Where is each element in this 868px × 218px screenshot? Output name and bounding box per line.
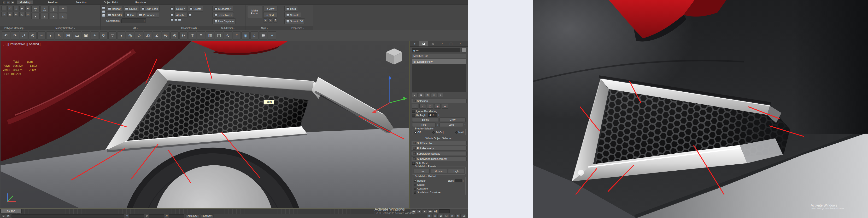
z-coordinate-field[interactable] — [169, 214, 184, 218]
use-pivot-center-icon[interactable]: ◎ — [126, 31, 134, 39]
preview-multi-radio[interactable]: Multi — [455, 131, 464, 134]
y-coordinate-field[interactable] — [149, 214, 164, 218]
loop-grow-icon[interactable]: ▴ — [59, 13, 67, 20]
rollout-soft-selection[interactable]: + Soft Selection — [411, 141, 467, 145]
zoom-extents-icon[interactable]: ▣ — [438, 214, 443, 218]
modifier-stack[interactable]: ▦ Editable Poly — [412, 59, 466, 92]
vertex-subobject-icon[interactable]: ∴ — [412, 104, 418, 109]
object-name-field[interactable]: gum — [412, 48, 460, 52]
redo-icon[interactable]: ↷ — [11, 31, 19, 39]
select-and-move-icon[interactable]: + — [91, 31, 99, 39]
panel-label-polygon-modeling[interactable]: Polygon Modeling▾ — [0, 26, 30, 30]
rendered-frame-icon[interactable]: ▦ — [259, 31, 267, 39]
curve-editor-icon[interactable]: ∿ — [224, 31, 232, 39]
pin-selection-icon[interactable]: ⊙ — [1, 12, 6, 17]
preview-off-radio[interactable]: Off — [414, 131, 421, 134]
utilities-tab-icon[interactable]: * — [456, 41, 465, 46]
border-subobject-icon[interactable]: ▢ — [427, 104, 433, 109]
next-frame-icon[interactable]: ▶▶ — [428, 209, 433, 213]
select-and-rotate-icon[interactable]: ↻ — [99, 31, 108, 39]
polygon-mode-icon[interactable]: ◆ — [20, 6, 24, 11]
to-view-button[interactable]: To View — [263, 6, 277, 11]
panel-label-subdivision[interactable]: Subdivision▾ — [211, 26, 246, 30]
select-and-scale-icon[interactable]: ◱ — [108, 31, 117, 39]
ring-icon[interactable]: ∥ — [50, 6, 58, 12]
collapse-stack-icon[interactable]: ≡ — [13, 12, 18, 17]
select-object-icon[interactable]: ↖ — [55, 31, 63, 39]
by-angle-checkbox[interactable] — [412, 114, 415, 116]
repeat-button[interactable]: Repeat — [106, 6, 122, 11]
loop-icon[interactable]: ◠ — [59, 6, 67, 12]
method-regular-radio[interactable]: Regular Steps: ▲▼ — [414, 179, 464, 182]
nurms-button[interactable]: NURMS — [106, 12, 123, 18]
motion-tab-icon[interactable]: ◔ — [437, 41, 446, 46]
border-mode-icon[interactable]: ▢ — [13, 6, 18, 11]
go-to-start-icon[interactable]: ◀◀ — [411, 209, 416, 213]
modifier-list-dropdown[interactable]: Modifier List ▾ — [412, 53, 466, 59]
relax-icon[interactable] — [170, 7, 173, 10]
pin-stack-icon[interactable]: ∨ — [412, 93, 417, 97]
display-tab-icon[interactable]: ▢ — [446, 41, 456, 46]
by-angle-value-field[interactable]: 45.0 — [428, 113, 437, 117]
detach-icon[interactable] — [188, 14, 191, 16]
edge-mode-icon[interactable]: ∕ — [7, 6, 12, 11]
panel-label-geometry-all[interactable]: Geometry (All)▾ — [169, 26, 211, 30]
ribbon-tab-freeform[interactable]: Freeform — [45, 0, 61, 4]
rollout-selection[interactable]: − Selection — [411, 99, 467, 103]
shrink-button[interactable]: Shrink — [412, 117, 438, 122]
rollout-subdivision-surface[interactable]: + Subdivision Surface — [411, 151, 467, 156]
geometry-tool-icon[interactable] — [174, 19, 177, 21]
preset-low-button[interactable]: Low — [414, 169, 430, 173]
panel-label-edit[interactable]: Edit▾ — [101, 26, 169, 30]
make-unique-icon[interactable]: ⊞ — [425, 93, 430, 97]
vertex-mode-icon[interactable]: ∴ — [1, 6, 6, 11]
current-frame-field[interactable] — [439, 209, 450, 213]
mirror-icon[interactable]: ◫ — [188, 31, 196, 39]
preset-medium-button[interactable]: Medium — [431, 169, 447, 173]
loop-spinner[interactable]: ▲▼ — [464, 123, 466, 126]
layer-manager-icon[interactable]: ▥ — [206, 31, 214, 39]
hard-button[interactable]: Hard — [284, 6, 298, 11]
play-animation-icon[interactable]: ▶ — [422, 209, 427, 213]
stack-item-editable-poly[interactable]: ▦ Editable Poly — [412, 59, 466, 64]
create-tab-icon[interactable]: + — [410, 41, 419, 46]
geometry-tool-icon[interactable] — [170, 19, 173, 21]
cut-button[interactable]: Cut — [124, 12, 136, 18]
ribbon-tab-selection[interactable]: Selection — [73, 0, 89, 4]
prompt-lock-icon[interactable]: ⊞ — [6, 214, 10, 218]
zoom-icon[interactable]: ⊕ — [427, 214, 432, 218]
ring-shrink-icon[interactable]: ▾ — [31, 13, 39, 20]
scene-explorer-icon[interactable]: ◳ — [215, 31, 223, 39]
ribbon-tab-populate[interactable]: Populate — [132, 0, 148, 4]
align-z-button[interactable]: Z — [273, 19, 277, 23]
align-x-button[interactable]: X — [263, 19, 267, 23]
rectangular-selection-icon[interactable]: ▭ — [73, 31, 81, 39]
ignore-backfacing-checkbox[interactable] — [412, 110, 415, 113]
object-color-swatch[interactable] — [462, 48, 466, 52]
remove-modifier-icon[interactable]: × — [431, 93, 437, 97]
bind-to-space-warp-icon[interactable]: ≈ — [37, 31, 45, 39]
attach-button[interactable]: Attach▾ — [174, 12, 187, 18]
select-and-link-icon[interactable]: ⇄ — [20, 31, 28, 39]
preview-toggle-icon[interactable]: ◉ — [7, 12, 12, 17]
steps-spinner[interactable]: ▲▼ — [463, 179, 464, 182]
method-spatial-curvature-radio[interactable]: Spatial and Curvature — [414, 191, 464, 194]
element-subobject-icon[interactable]: ■ — [442, 104, 448, 109]
pan-icon[interactable]: ◎ — [450, 214, 455, 218]
viewport-canvas[interactable] — [0, 41, 409, 208]
select-by-name-icon[interactable]: ▤ — [64, 31, 72, 39]
zoom-all-icon[interactable]: ⊞ — [432, 214, 438, 218]
shrink-icon[interactable]: ▽ — [31, 6, 39, 12]
viewport-label[interactable]: [ + ] [ Perspective ] [ Shaded ] — [3, 42, 40, 46]
render-setup-icon[interactable]: ☼ — [250, 31, 258, 39]
percent-snap-icon[interactable]: % — [162, 31, 170, 39]
show-end-result-icon[interactable]: ▣ — [418, 93, 424, 97]
set-key-button[interactable]: Set Key — [201, 214, 214, 218]
modify-tab-icon[interactable]: ◪ — [419, 41, 428, 46]
make-planar-button[interactable]: Make Planar — [247, 6, 262, 18]
to-grid-button[interactable]: To Grid — [263, 12, 277, 18]
create-button[interactable]: Create — [188, 6, 203, 11]
zoom-region-icon[interactable]: ◱ — [444, 214, 449, 218]
grow-loop-icon[interactable]: △ — [20, 12, 24, 17]
reference-coordinate-dropdown[interactable]: ▾ — [117, 31, 125, 39]
